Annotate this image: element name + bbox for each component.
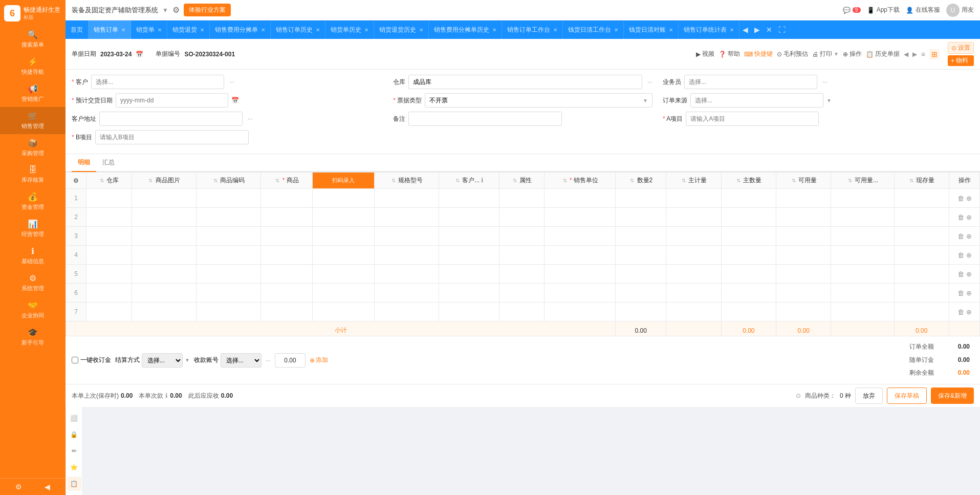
delete-row-5-icon[interactable]: 🗑 — [957, 270, 964, 278]
delete-row-1-icon[interactable]: 🗑 — [957, 195, 964, 202]
cell-main-qty-1[interactable] — [721, 189, 776, 208]
cell-stock-5[interactable] — [894, 265, 949, 284]
tab-fee-history-close[interactable]: ✕ — [492, 27, 496, 33]
cell-warehouse-2[interactable] — [86, 208, 132, 227]
cell-scan-3[interactable] — [313, 227, 375, 246]
operation-btn[interactable]: ⊕ 操作 — [843, 50, 862, 58]
cell-main-qty-2[interactable] — [721, 208, 776, 227]
cell-product-4[interactable] — [261, 246, 313, 265]
save-new-btn[interactable]: 保存&新增 — [931, 388, 974, 404]
invoice-type-select[interactable]: 不开票 ▼ — [425, 93, 652, 107]
cell-scan-5[interactable] — [313, 265, 375, 284]
cell-attr-6[interactable] — [499, 284, 545, 303]
cell-warehouse-7[interactable] — [86, 303, 132, 321]
settings-btn-header[interactable]: ⚙ — [172, 5, 180, 15]
tab-expand-btn[interactable]: ⛶ — [775, 20, 789, 39]
industry-btn[interactable]: 体验行业方案 — [184, 4, 231, 16]
delivery-date-input[interactable] — [116, 93, 228, 107]
sidebar-item-sales[interactable]: 🛒 销售管理 — [0, 107, 66, 134]
tab-sales-workbench-close[interactable]: ✕ — [553, 27, 557, 33]
right-panel-icon-1[interactable]: ⬜ — [67, 411, 81, 425]
cell-product-1[interactable] — [261, 189, 313, 208]
delete-row-7-icon[interactable]: 🗑 — [957, 308, 964, 316]
cell-attr-7[interactable] — [499, 303, 545, 321]
cell-avail2-5[interactable] — [831, 265, 894, 284]
cell-warehouse-3[interactable] — [86, 227, 132, 246]
sort-main-qty-icon[interactable]: ⇅ — [736, 178, 741, 183]
cell-avail-4[interactable] — [776, 246, 831, 265]
sidebar-item-cooperation[interactable]: 🤝 企业协同 — [0, 296, 66, 324]
cell-avail-5[interactable] — [776, 265, 831, 284]
cell-main-unit-7[interactable] — [666, 303, 721, 321]
view-btn[interactable]: ▶ 视频 — [696, 50, 714, 58]
sidebar-item-marketing[interactable]: 📢 营销推广 — [0, 80, 66, 107]
cell-qty2-6[interactable] — [616, 284, 666, 303]
cell-image-5[interactable] — [132, 265, 196, 284]
cell-warehouse-4[interactable] — [86, 246, 132, 265]
cell-customer-code-3[interactable] — [439, 227, 499, 246]
tab-sales-invoice-close[interactable]: ✕ — [158, 27, 162, 33]
cell-product-6[interactable] — [261, 284, 313, 303]
cell-attr-5[interactable] — [499, 265, 545, 284]
cell-customer-code-1[interactable] — [439, 189, 499, 208]
tab-sales-stats-close[interactable]: ✕ — [730, 27, 734, 33]
cell-customer-code-5[interactable] — [439, 265, 499, 284]
cell-image-4[interactable] — [132, 246, 196, 265]
order-source-input[interactable] — [690, 93, 823, 107]
sidebar-item-operations[interactable]: 📊 经营管理 — [0, 215, 66, 242]
cell-unit-7[interactable] — [545, 303, 616, 321]
tab-more-btn[interactable]: ✕ — [763, 20, 775, 39]
sort-customer-code-icon[interactable]: ⇅ — [455, 178, 460, 183]
cell-stock-4[interactable] — [894, 246, 949, 265]
cell-attr-1[interactable] — [499, 189, 545, 208]
tab-sales-fee[interactable]: 销售费用分摊单 ✕ — [210, 20, 271, 39]
add-material-btn[interactable]: + 物料 — [948, 55, 974, 66]
cell-qty2-2[interactable] — [616, 208, 666, 227]
tab-daily-clear-close[interactable]: ✕ — [614, 27, 618, 33]
account-dots-btn[interactable]: ··· — [266, 357, 271, 364]
tab-return-history-close[interactable]: ✕ — [419, 27, 423, 33]
cell-spec-5[interactable] — [375, 265, 439, 284]
amount-input[interactable] — [275, 353, 306, 368]
settlement-select[interactable]: 选择... — [142, 353, 183, 368]
cell-qty2-7[interactable] — [616, 303, 666, 321]
cell-product-2[interactable] — [261, 208, 313, 227]
sidebar-item-purchase[interactable]: 📦 采购管理 — [0, 134, 66, 161]
cell-image-7[interactable] — [132, 303, 196, 321]
tab-sales-workbench[interactable]: 销售订单工作台 ✕ — [502, 20, 563, 39]
tab-sales-fee-close[interactable]: ✕ — [261, 27, 265, 33]
cell-scan-7[interactable] — [313, 303, 375, 321]
cell-stock-6[interactable] — [894, 284, 949, 303]
sort-product-icon[interactable]: ⇅ — [275, 178, 279, 183]
user-item[interactable]: U 用友 — [946, 4, 974, 17]
tab-sales-order-history-close[interactable]: ✕ — [316, 27, 320, 33]
delete-row-3-icon[interactable]: 🗑 — [957, 232, 964, 240]
print-btn[interactable]: 🖨 打印 ▼ — [812, 50, 839, 58]
scan-input-btn[interactable]: 扫码录入 — [328, 176, 359, 185]
cell-avail-6[interactable] — [776, 284, 831, 303]
tab-invoice-history[interactable]: 销货单历史 ✕ — [325, 20, 374, 39]
copy-row-2-icon[interactable]: ⊕ — [966, 213, 972, 221]
save-draft-btn[interactable]: 保存草稿 — [887, 388, 927, 404]
cell-stock-2[interactable] — [894, 208, 949, 227]
tab-summary[interactable]: 汇总 — [96, 154, 121, 172]
copy-row-4-icon[interactable]: ⊕ — [966, 251, 972, 259]
cell-unit-4[interactable] — [545, 246, 616, 265]
cell-customer-code-7[interactable] — [439, 303, 499, 321]
cell-main-unit-4[interactable] — [666, 246, 721, 265]
app-download-item[interactable]: 📱 App下载 — [867, 6, 900, 14]
tab-invoice-history-close[interactable]: ✕ — [364, 27, 368, 33]
cell-stock-7[interactable] — [894, 303, 949, 321]
cell-image-3[interactable] — [132, 227, 196, 246]
cell-code-1[interactable] — [196, 189, 260, 208]
cell-code-2[interactable] — [196, 208, 260, 227]
calendar-icon-2[interactable]: 📅 — [231, 97, 239, 104]
cell-stock-1[interactable] — [894, 189, 949, 208]
cell-product-5[interactable] — [261, 265, 313, 284]
tab-home[interactable]: 首页 — [66, 20, 89, 39]
sidebar-settings-btn[interactable]: ⚙ — [15, 483, 22, 491]
cell-warehouse-5[interactable] — [86, 265, 132, 284]
tab-sales-stats[interactable]: 销售订单统计表 ✕ — [679, 20, 739, 39]
right-panel-icon-2[interactable]: 🔒 — [67, 427, 81, 442]
cell-code-3[interactable] — [196, 227, 260, 246]
